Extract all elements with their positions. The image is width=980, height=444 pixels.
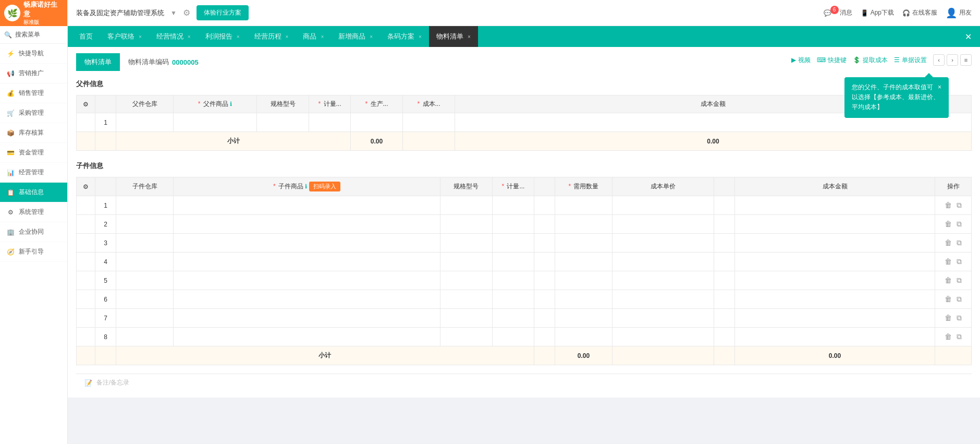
child-row7-unit[interactable] xyxy=(492,309,534,328)
child-row4-warehouse[interactable] xyxy=(116,253,174,271)
child-row8-warehouse[interactable] xyxy=(116,328,174,346)
parent-row1-warehouse[interactable] xyxy=(116,113,174,132)
child-row3-delete-btn[interactable]: 🗑 xyxy=(945,238,952,247)
tab-operation-history[interactable]: 经营历程 × xyxy=(247,26,296,47)
shortcut-btn[interactable]: ⌨ 快捷键 xyxy=(817,56,847,65)
sidebar-item-quick-nav[interactable]: ⚡ 快捷导航 xyxy=(0,44,67,64)
settings-icon[interactable]: ⚙ xyxy=(183,8,190,18)
child-row5-spec[interactable] xyxy=(440,271,492,290)
child-row5-qty[interactable] xyxy=(555,271,612,290)
child-row3-unit-price[interactable] xyxy=(612,234,714,253)
child-row5-unit-price[interactable] xyxy=(612,271,714,290)
tab-new-product-close[interactable]: × xyxy=(370,34,373,40)
child-row7-spec[interactable] xyxy=(440,309,492,328)
sidebar-item-operation[interactable]: 📊 经营管理 xyxy=(0,163,67,183)
child-row3-qty[interactable] xyxy=(555,234,612,253)
parent-row1-unit[interactable] xyxy=(309,113,351,132)
prev-arrow[interactable]: ‹ xyxy=(933,54,945,66)
child-row3-warehouse[interactable] xyxy=(116,234,174,253)
child-row3-product[interactable] xyxy=(174,234,440,253)
tab-operation-status[interactable]: 经营情况 × xyxy=(149,26,198,47)
child-row8-unit-price[interactable] xyxy=(612,328,714,346)
parent-row1-product[interactable] xyxy=(174,113,257,132)
tab-barcode[interactable]: 条码方案 × xyxy=(380,26,429,47)
child-row5-delete-btn[interactable]: 🗑 xyxy=(945,276,952,284)
sidebar-item-finance[interactable]: 💳 资金管理 xyxy=(0,143,67,163)
child-row5-warehouse[interactable] xyxy=(116,271,174,290)
dropdown-icon[interactable]: ▼ xyxy=(170,9,177,17)
sidebar-item-system[interactable]: ⚙ 系统管理 xyxy=(0,202,67,222)
child-row4-qty[interactable] xyxy=(555,253,612,271)
child-row2-delete-btn[interactable]: 🗑 xyxy=(945,220,952,228)
close-all-tabs[interactable]: ✕ xyxy=(961,32,976,42)
experience-button[interactable]: 体验行业方案 xyxy=(197,5,249,20)
child-row1-qty[interactable] xyxy=(555,196,612,215)
child-row2-qty[interactable] xyxy=(555,215,612,234)
child-row2-unit-price[interactable] xyxy=(612,215,714,234)
sidebar-search[interactable]: 🔍 搜索菜单 xyxy=(0,26,67,44)
child-row5-unit[interactable] xyxy=(492,271,534,290)
child-row1-unit-price[interactable] xyxy=(612,196,714,215)
child-row2-copy-btn[interactable]: ⧉ xyxy=(957,220,962,228)
child-row1-spec[interactable] xyxy=(440,196,492,215)
tab-barcode-close[interactable]: × xyxy=(419,34,422,40)
tab-product[interactable]: 商品 × xyxy=(296,26,331,47)
parent-col-settings[interactable]: ⚙ xyxy=(77,95,95,113)
child-row1-product[interactable] xyxy=(174,196,440,215)
child-row8-unit[interactable] xyxy=(492,328,534,346)
child-row8-product[interactable] xyxy=(174,328,440,346)
online-service-item[interactable]: 🎧 在线客服 xyxy=(902,8,937,17)
child-row6-copy-btn[interactable]: ⧉ xyxy=(957,295,962,303)
tab-profit-report-close[interactable]: × xyxy=(237,34,240,40)
child-row7-warehouse[interactable] xyxy=(116,309,174,328)
child-row8-copy-btn[interactable]: ⧉ xyxy=(957,332,962,341)
tab-bom[interactable]: 物料清单 × xyxy=(429,26,478,47)
parent-row1-spec[interactable] xyxy=(257,113,309,132)
child-row3-unit[interactable] xyxy=(492,234,534,253)
child-row6-spec[interactable] xyxy=(440,290,492,309)
child-row1-unit[interactable] xyxy=(492,196,534,215)
sidebar-item-guide[interactable]: 🧭 新手引导 xyxy=(0,242,67,262)
child-row4-unit-price[interactable] xyxy=(612,253,714,271)
child-row5-copy-btn[interactable]: ⧉ xyxy=(957,276,962,284)
tab-operation-status-close[interactable]: × xyxy=(188,34,191,40)
tab-profit-report[interactable]: 利润报告 × xyxy=(198,26,247,47)
child-row8-spec[interactable] xyxy=(440,328,492,346)
sidebar-item-inventory[interactable]: 📦 库存核算 xyxy=(0,123,67,143)
parent-row1-prod[interactable] xyxy=(351,113,403,132)
user-item[interactable]: 👤 用友 xyxy=(946,7,972,19)
tab-bom-close[interactable]: × xyxy=(468,34,471,40)
parent-row1-cost[interactable] xyxy=(403,113,455,132)
child-row7-unit-price[interactable] xyxy=(612,309,714,328)
child-row2-warehouse[interactable] xyxy=(116,215,174,234)
child-row7-qty[interactable] xyxy=(555,309,612,328)
view-btn[interactable]: ▶ 视频 xyxy=(791,56,811,65)
sidebar-item-sales[interactable]: 💰 销售管理 xyxy=(0,83,67,103)
child-col-settings[interactable]: ⚙ xyxy=(77,177,95,196)
child-row7-delete-btn[interactable]: 🗑 xyxy=(945,314,952,322)
child-row4-product[interactable] xyxy=(174,253,440,271)
child-row1-warehouse[interactable] xyxy=(116,196,174,215)
child-row4-spec[interactable] xyxy=(440,253,492,271)
sidebar-item-purchase[interactable]: 🛒 采购管理 xyxy=(0,103,67,123)
tab-customer[interactable]: 客户联络 × xyxy=(100,26,149,47)
tab-new-product[interactable]: 新增商品 × xyxy=(331,26,380,47)
child-row5-product[interactable] xyxy=(174,271,440,290)
child-row4-copy-btn[interactable]: ⧉ xyxy=(957,257,962,266)
menu-arrow[interactable]: ≡ xyxy=(960,54,972,66)
child-row6-qty[interactable] xyxy=(555,290,612,309)
child-row2-unit[interactable] xyxy=(492,215,534,234)
inner-tab-bom-list[interactable]: 物料清单 xyxy=(76,53,120,71)
child-row1-delete-btn[interactable]: 🗑 xyxy=(945,201,952,209)
sidebar-item-basic-info[interactable]: 📋 基础信息 xyxy=(0,183,67,202)
scan-button[interactable]: 扫码录入 xyxy=(309,182,340,191)
child-row6-unit[interactable] xyxy=(492,290,534,309)
child-row3-copy-btn[interactable]: ⧉ xyxy=(957,238,962,247)
child-row8-qty[interactable] xyxy=(555,328,612,346)
next-arrow[interactable]: › xyxy=(947,54,958,66)
child-row6-unit-price[interactable] xyxy=(612,290,714,309)
message-item[interactable]: 💬 6 消息 xyxy=(824,8,852,17)
child-row3-spec[interactable] xyxy=(440,234,492,253)
app-download-item[interactable]: 📱 App下载 xyxy=(861,8,894,17)
child-row4-delete-btn[interactable]: 🗑 xyxy=(945,257,952,266)
